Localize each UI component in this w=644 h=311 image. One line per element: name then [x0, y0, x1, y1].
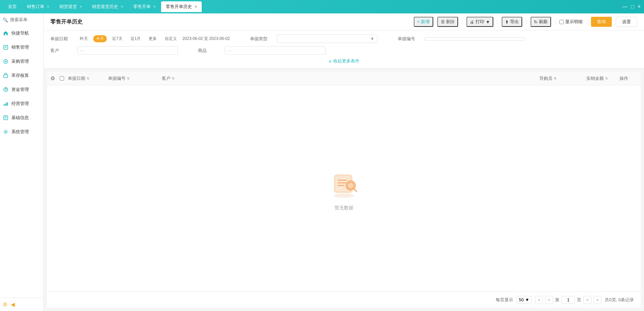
table-settings-icon[interactable]: ⚙ [50, 75, 55, 82]
sidebar-item-basic-info[interactable]: 基础信息 [0, 111, 43, 125]
select-all-checkbox[interactable] [60, 76, 64, 81]
per-page-select[interactable]: 50 ▼ [516, 296, 532, 304]
toolbar-divider-5 [587, 19, 587, 24]
next-page-btn[interactable]: > [583, 296, 591, 304]
sidebar-item-quick-nav[interactable]: 快捷导航 [0, 26, 43, 40]
svg-point-15 [4, 130, 8, 134]
window-min-btn[interactable]: — [622, 4, 628, 10]
date-btn-custom[interactable]: 自定义 [162, 35, 180, 42]
close-sales-order-tab[interactable]: × [47, 4, 49, 9]
toolbar-divider-4 [555, 19, 555, 24]
sidebar-settings-btn[interactable]: ⚙ [3, 301, 7, 308]
tab-sales-return[interactable]: 销货退货 × [55, 1, 87, 12]
sidebar-item-business[interactable]: 经营管理 [0, 97, 43, 111]
tab-sales-return-history[interactable]: 销货退货历史 × [87, 1, 128, 12]
col-order-no[interactable]: 单据编号 ⇅ [105, 75, 159, 82]
sidebar-item-purchase-mgmt[interactable]: 采购管理 [0, 54, 43, 68]
window-max-btn[interactable]: □ [631, 4, 634, 10]
refresh-button[interactable]: ↻ 刷新 [531, 17, 551, 27]
settings-button[interactable]: 设置 [616, 17, 637, 27]
col-amount[interactable]: 实销金额 ⇅ [570, 75, 610, 82]
page-number-input[interactable] [561, 296, 575, 304]
per-page-label: 每页显示 [496, 297, 513, 303]
tab-sales-order[interactable]: 销售订单 × [22, 1, 54, 12]
finance-icon: ¥ [3, 87, 9, 93]
sidebar: 🔍 搜索采单 快捷导航 销售管理 采购管理 库存核算 [0, 13, 44, 311]
sidebar-search[interactable]: 🔍 搜索采单 [0, 13, 43, 26]
tab-home[interactable]: 首页 [3, 1, 21, 12]
sales-icon [3, 44, 9, 50]
date-btn-7days[interactable]: 近7天 [109, 35, 125, 42]
order-no-label: 单据编号 [398, 36, 418, 42]
date-btn-today[interactable]: 今天 [93, 35, 107, 42]
tab-retail-history[interactable]: 零售开单历史 × [161, 1, 202, 12]
add-button[interactable]: + 新增 [414, 17, 433, 27]
sidebar-collapse-btn[interactable]: ◀ [11, 301, 15, 308]
empty-illustration [327, 166, 361, 200]
refresh-icon: ↻ [534, 19, 538, 24]
order-type-label: 单据类型 [250, 36, 270, 42]
purchase-icon [3, 58, 9, 64]
system-icon [3, 129, 9, 135]
date-btn-yesterday[interactable]: 昨天 [77, 35, 91, 42]
date-btn-more[interactable]: 更多 [146, 35, 159, 42]
col-customer-sort[interactable]: ⇅ [172, 76, 175, 80]
delete-button[interactable]: 🗑 删除 [437, 17, 458, 27]
toolbar-divider-1 [462, 19, 462, 24]
page-label-pre: 第 [555, 297, 559, 303]
query-button[interactable]: 查询 [591, 17, 612, 27]
col-guide-sort[interactable]: ⇅ [554, 76, 556, 80]
sidebar-item-system[interactable]: 系统管理 [0, 125, 43, 139]
col-customer-label: 客户 [162, 75, 170, 82]
first-page-btn[interactable]: « [535, 296, 543, 304]
window-close-btn[interactable]: × [638, 4, 641, 10]
collapse-button[interactable]: ∧ 收起更多条件 [329, 58, 359, 64]
per-page-value: 50 [519, 297, 524, 302]
sidebar-item-sales-mgmt[interactable]: 销售管理 [0, 40, 43, 54]
close-sales-return-tab[interactable]: × [80, 4, 82, 9]
col-order-no-sort[interactable]: ⇅ [127, 76, 130, 80]
show-detail-checkbox-label[interactable]: 显示明细 [559, 19, 583, 25]
product-input[interactable]: ··· [225, 46, 326, 55]
order-no-input[interactable] [425, 37, 525, 41]
table-select-all[interactable] [58, 76, 65, 81]
pagination: 每页显示 50 ▼ « < 第 页 > » 共0页, 0条记录 [47, 292, 641, 308]
sidebar-item-finance[interactable]: ¥ 资金管理 [0, 83, 43, 97]
svg-text:¥: ¥ [4, 87, 7, 92]
toolbar-divider-2 [497, 19, 498, 24]
svg-point-14 [5, 131, 7, 133]
print-icon: 🖨 [470, 19, 474, 24]
close-sales-return-history-tab[interactable]: × [121, 4, 123, 9]
col-guide[interactable]: 导购员 ⇅ [537, 75, 570, 82]
table-header: ⚙ 单据日期 ⇅ 单据编号 ⇅ 客户 ⇅ 导购员 ⇅ [47, 72, 641, 85]
date-range: 2023-06-02 至 2023-06-02 [182, 36, 230, 42]
sidebar-item-inventory[interactable]: 库存核算 [0, 68, 43, 83]
order-type-select[interactable]: ▼ [277, 35, 378, 43]
col-date[interactable]: 单据日期 ⇅ [65, 75, 105, 82]
last-page-btn[interactable]: » [593, 296, 601, 304]
svg-rect-0 [4, 45, 8, 49]
total-text: 共0页, 0条记录 [605, 297, 634, 303]
close-retail-history-tab[interactable]: × [195, 4, 197, 9]
export-button[interactable]: ⬆ 导出 [502, 17, 522, 27]
prev-page-btn[interactable]: < [545, 296, 553, 304]
svg-rect-4 [4, 75, 8, 77]
date-btn-1month[interactable]: 近1月 [128, 35, 144, 42]
svg-line-24 [354, 189, 357, 192]
col-action: 操作 [610, 75, 637, 82]
product-label: 商品 [198, 48, 218, 54]
col-amount-sort[interactable]: ⇅ [605, 76, 608, 80]
top-nav: 首页 销售订单 × 销货退货 × 销货退货历史 × 零售开单 × 零售开单历史 … [0, 0, 644, 13]
tab-retail-open[interactable]: 零售开单 × [129, 1, 160, 12]
col-order-no-label: 单据编号 [108, 75, 126, 82]
print-button[interactable]: 🖨 打印 ▼ [466, 17, 493, 27]
empty-state: 暂无数据 [47, 85, 641, 292]
col-customer[interactable]: 客户 ⇅ [159, 75, 537, 82]
customer-input[interactable]: ··· [77, 46, 178, 55]
col-date-sort[interactable]: ⇅ [87, 76, 89, 80]
main-layout: 🔍 搜索采单 快捷导航 销售管理 采购管理 库存核算 [0, 13, 644, 311]
sidebar-bottom: ⚙ ◀ [0, 298, 43, 311]
show-detail-checkbox[interactable] [559, 20, 564, 24]
col-action-label: 操作 [620, 75, 628, 82]
close-retail-open-tab[interactable]: × [153, 4, 156, 9]
